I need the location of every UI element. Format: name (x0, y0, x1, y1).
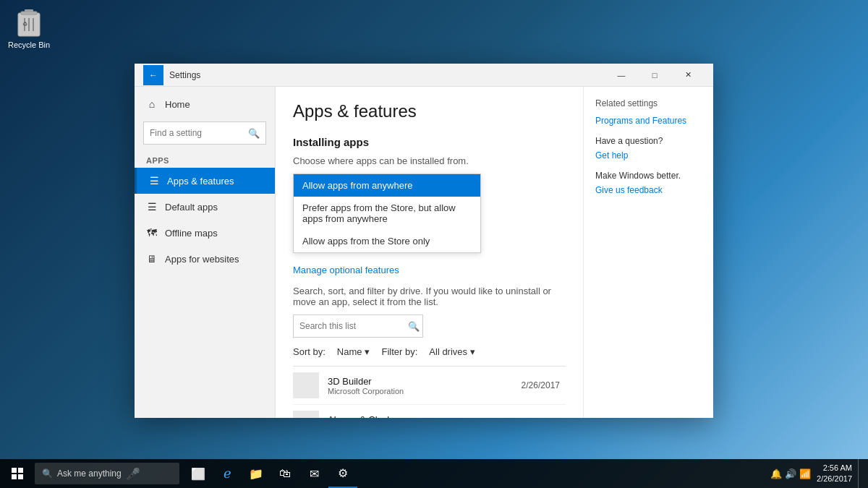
window-titlebar: ← Settings — □ ✕ (135, 64, 713, 87)
get-help-link[interactable]: Get help (595, 150, 702, 160)
main-content: Apps & features Installing apps Choose w… (276, 87, 583, 418)
store-button[interactable]: 🛍 (271, 459, 299, 488)
app-name-0: 3D Builder (328, 376, 513, 387)
page-title: Apps & features (293, 101, 566, 121)
sidebar-item-label-apps-features: Apps & features (167, 176, 234, 187)
taskbar-right: 🔔 🔊 📶 2:56 AM 2/26/2017 (770, 459, 868, 488)
mic-icon: 🎤 (126, 467, 140, 481)
feedback-link[interactable]: Give us feedback (595, 185, 702, 195)
list-desc: Search, sort, and filter by drive. If yo… (293, 286, 566, 307)
filter-by-chevron: ▾ (470, 346, 475, 357)
sort-by-chevron: ▾ (365, 346, 370, 357)
dropdown-option-1[interactable]: Prefer apps from the Store, but allow ap… (294, 197, 480, 230)
dropdown-option-2[interactable]: Allow apps from the Store only (294, 230, 480, 252)
sidebar-home-label: Home (165, 99, 190, 110)
volume-icon[interactable]: 🔊 (785, 468, 796, 479)
programs-features-link[interactable]: Programs and Features (595, 116, 702, 126)
sidebar-item-apps-features[interactable]: ☰ Apps & features (135, 168, 275, 194)
dropdown-menu: Allow apps from anywhere Prefer apps fro… (293, 174, 481, 253)
minimize-button[interactable]: — (605, 64, 638, 87)
task-view-button[interactable]: ⬜ (184, 459, 213, 488)
app-date-0: 2/26/2017 (522, 380, 560, 390)
sidebar: ⌂ Home 🔍 Apps ☰ Apps & features ☰ Defaul… (135, 87, 276, 418)
question-title: Have a question? (595, 136, 702, 146)
search-list-input[interactable] (299, 321, 408, 331)
sidebar-search-input[interactable] (150, 128, 248, 138)
sort-by-dropdown[interactable]: Name ▾ (337, 346, 370, 357)
home-icon: ⌂ (146, 98, 158, 110)
apps-features-icon: ☰ (148, 175, 160, 187)
time-display: 2:56 AM (817, 463, 852, 474)
related-title: Related settings (595, 98, 702, 108)
start-icon (12, 468, 23, 479)
sidebar-home[interactable]: ⌂ Home (135, 93, 275, 116)
sidebar-search-box[interactable]: 🔍 (143, 121, 266, 145)
svg-text:♻: ♻ (22, 21, 27, 27)
search-list-wrapper[interactable]: 🔍 (293, 314, 423, 338)
notification-icon[interactable]: 🔔 (770, 468, 782, 479)
app-publisher-0: Microsoft Corporation (328, 387, 513, 395)
recycle-bin-icon: ♻ (15, 7, 43, 38)
sidebar-item-label-offline-maps: Offline maps (165, 228, 218, 239)
window-title: Settings (169, 70, 605, 80)
taskbar-search-icon: 🔍 (42, 468, 53, 479)
offline-maps-icon: 🗺 (146, 227, 158, 239)
filter-by-value: All drives (429, 346, 467, 357)
apps-websites-icon: 🖥 (146, 253, 158, 265)
installing-title: Installing apps (293, 136, 566, 148)
settings-window: ← Settings — □ ✕ ⌂ Home 🔍 Apps (135, 64, 713, 418)
right-panel: Related settings Programs and Features H… (583, 87, 713, 418)
svg-rect-2 (25, 9, 33, 12)
sidebar-item-label-default-apps: Default apps (165, 202, 218, 213)
sidebar-item-default-apps[interactable]: ☰ Default apps (135, 194, 275, 220)
search-list-icon: 🔍 (408, 321, 420, 332)
taskbar: 🔍 Ask me anything 🎤 ⬜ ℯ 📁 🛍 ✉ ⚙ 🔔 🔊 📶 2:… (0, 459, 868, 488)
show-desktop-button[interactable] (858, 459, 862, 488)
dropdown-option-0[interactable]: Allow apps from anywhere (294, 174, 480, 197)
taskbar-icons: ⬜ ℯ 📁 🛍 ✉ ⚙ (184, 459, 357, 488)
sort-by-label: Sort by: (293, 346, 326, 357)
start-button[interactable] (0, 459, 35, 488)
recycle-bin[interactable]: ♻ Recycle Bin (7, 7, 51, 49)
desktop: ♻ Recycle Bin ← Settings — □ ✕ ⌂ Home (0, 0, 868, 488)
manage-optional-link[interactable]: Manage optional features (293, 265, 399, 275)
mail-button[interactable]: ✉ (299, 459, 328, 488)
window-back-button[interactable]: ← (143, 65, 163, 85)
default-apps-icon: ☰ (146, 201, 158, 213)
install-source-dropdown[interactable]: Allow apps from anywhere Prefer apps fro… (293, 174, 481, 253)
explorer-button[interactable]: 📁 (242, 459, 271, 488)
app-info-0: 3D Builder Microsoft Corporation (328, 376, 513, 395)
recycle-bin-label: Recycle Bin (8, 40, 50, 49)
sidebar-item-apps-websites[interactable]: 🖥 Apps for websites (135, 246, 275, 272)
sidebar-section-label: Apps (135, 150, 275, 168)
filter-by-label: Filter by: (381, 346, 417, 357)
app-icon-alarms (293, 411, 319, 418)
make-windows-title: Make Windows better. (595, 171, 702, 181)
app-item-1[interactable]: Alarms & Clock Microsoft Corporation 2/2… (293, 405, 566, 418)
taskbar-search[interactable]: 🔍 Ask me anything 🎤 (35, 463, 179, 484)
sidebar-search-icon: 🔍 (248, 128, 260, 139)
sort-by-value: Name (337, 346, 362, 357)
sidebar-item-label-apps-websites: Apps for websites (165, 254, 239, 265)
taskbar-search-label: Ask me anything (57, 468, 122, 479)
app-name-1: Alarms & Clock (328, 414, 513, 419)
edge-button[interactable]: ℯ (213, 459, 242, 488)
close-button[interactable]: ✕ (671, 64, 705, 87)
settings-button[interactable]: ⚙ (328, 459, 357, 488)
app-info-1: Alarms & Clock Microsoft Corporation (328, 414, 513, 419)
date-display: 2/26/2017 (817, 474, 852, 484)
app-icon-3dbuilder (293, 372, 319, 398)
installing-desc: Choose where apps can be installed from. (293, 155, 566, 166)
network-icon[interactable]: 📶 (799, 468, 811, 479)
filter-by-dropdown[interactable]: All drives ▾ (429, 346, 475, 357)
taskbar-time[interactable]: 2:56 AM 2/26/2017 (817, 463, 852, 485)
app-item-0[interactable]: 3D Builder Microsoft Corporation 2/26/20… (293, 367, 566, 405)
sort-filter-bar: Sort by: Name ▾ Filter by: All drives ▾ (293, 346, 566, 357)
window-body: ⌂ Home 🔍 Apps ☰ Apps & features ☰ Defaul… (135, 87, 713, 418)
app-list: 3D Builder Microsoft Corporation 2/26/20… (293, 366, 566, 418)
taskbar-sys-icons: 🔔 🔊 📶 (770, 468, 811, 479)
window-controls: — □ ✕ (605, 64, 705, 87)
sidebar-item-offline-maps[interactable]: 🗺 Offline maps (135, 220, 275, 246)
maximize-button[interactable]: □ (638, 64, 671, 87)
